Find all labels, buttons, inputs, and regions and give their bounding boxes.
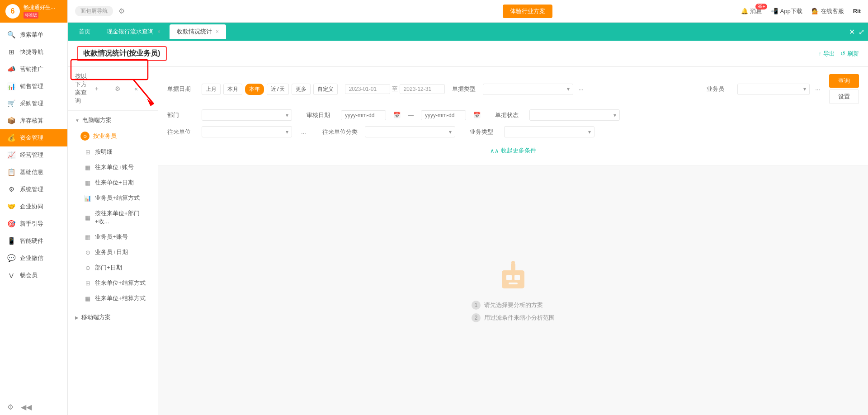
filter-settings-btn[interactable]: 设置 <box>829 90 859 104</box>
header-gear-icon[interactable]: ⚙ <box>118 7 125 15</box>
refresh-btn[interactable]: ↺ 刷新 <box>840 50 859 58</box>
collapse-btn[interactable]: ∧∧ 收起更多条件 <box>167 143 859 158</box>
sidebar-item-system[interactable]: ⚙ 系统管理 <box>0 181 67 198</box>
empty-tips: 1 请先选择要分析的方案 2 用过滤条件来缩小分析范围 <box>472 301 555 322</box>
trial-btn[interactable]: 体验行业方案 <box>503 5 552 18</box>
tab-close-window-icon[interactable]: ✕ <box>849 28 855 36</box>
date-this-month[interactable]: 本月 <box>223 84 242 95</box>
sidebar-item-wechat[interactable]: 💬 企业微信 <box>0 250 67 267</box>
voucher-status-select[interactable] <box>529 109 620 121</box>
partner-category-select[interactable] <box>365 126 455 137</box>
mobile-schemes-group: ▶ 移动端方案 <box>68 308 158 327</box>
sidebar-item-basic-info[interactable]: 📋 基础信息 <box>0 164 67 181</box>
refresh-label: 刷新 <box>847 50 859 58</box>
sidebar-item-sales[interactable]: 📊 销售管理 <box>0 78 67 95</box>
tab-bank-flow-close[interactable]: × <box>157 28 160 35</box>
date-this-year[interactable]: 本年 <box>245 84 264 95</box>
sidebar-collapse-icon[interactable]: ◀◀ <box>21 403 32 411</box>
date-last-month[interactable]: 上月 <box>202 84 221 95</box>
scheme-unit-date[interactable]: ▦ 往来单位+日期 <box>68 175 158 190</box>
scheme-dept-date[interactable]: ⊙ 部门+日期 <box>68 260 158 275</box>
sidebar-item-label: 新手引导 <box>20 220 43 228</box>
sidebar-item-label: 经营管理 <box>20 151 43 159</box>
dept-select[interactable] <box>202 109 292 121</box>
scheme-by-salesperson-label: 按业务员 <box>93 132 117 140</box>
add-scheme-icon[interactable]: + <box>95 85 111 92</box>
salesperson-select[interactable] <box>737 84 810 95</box>
pc-schemes-label: 电脑端方案 <box>82 116 112 124</box>
svg-rect-2 <box>514 275 520 280</box>
sidebar-settings-icon[interactable]: ⚙ <box>7 403 14 411</box>
scheme-collapse-icon[interactable]: « <box>134 85 151 92</box>
review-date-cal-icon1[interactable]: 📅 <box>393 112 401 118</box>
salesperson-account-icon: ▦ <box>84 233 91 241</box>
tab-home[interactable]: 首页 <box>71 24 98 39</box>
review-date-from[interactable] <box>341 110 386 120</box>
purchase-icon: 🛒 <box>7 99 15 108</box>
scheme-salesperson-settle[interactable]: 📊 业务员+结算方式 <box>68 190 158 206</box>
sidebar-item-smart-hw[interactable]: 📱 智能硬件 <box>0 232 67 250</box>
search-menu-icon: 🔍 <box>7 31 15 39</box>
tip-num-2: 2 <box>472 313 481 322</box>
sidebar-item-purchase[interactable]: 🛒 采购管理 <box>0 95 67 112</box>
sidebar-item-quick-nav[interactable]: ⊞ 快捷导航 <box>0 43 67 61</box>
tab-collection-stats-close[interactable]: × <box>216 28 219 35</box>
content-body: 按以下方案查询 + ⚙ « ▼ 电脑端方案 ⊙ 按业务员 <box>68 67 868 415</box>
scheme-unit-account-label: 往来单位+账号 <box>95 163 134 171</box>
page-content: 收款情况统计(按业务员) ↑ 导出 ↺ 刷新 按以下方案查询 + ⚙ <box>68 41 868 415</box>
sidebar-item-search-menu[interactable]: 🔍 搜索菜单 <box>0 26 67 43</box>
scheme-unit-settle2[interactable]: ▦ 往来单位+结算方式 <box>68 291 158 306</box>
date-quick-btns: 上月 本月 本年 近7天 更多 自定义 <box>202 84 338 95</box>
tab-collection-stats[interactable]: 收款情况统计 × <box>170 24 226 39</box>
voucher-type-select[interactable] <box>483 84 573 95</box>
service-icon: 💁 <box>811 8 819 14</box>
voucher-type-select-wrapper <box>483 84 573 95</box>
unit-settle2-icon: ▦ <box>84 295 91 302</box>
sidebar-item-label: 资金管理 <box>20 134 43 142</box>
scheme-unit-account[interactable]: ▦ 往来单位+账号 <box>68 160 158 175</box>
scheme-salesperson-date[interactable]: ⊙ 业务员+日期 <box>68 245 158 260</box>
online-service-area[interactable]: 💁 在线客服 <box>811 7 844 15</box>
scheme-salesperson-account[interactable]: ▦ 业务员+账号 <box>68 229 158 245</box>
salesperson-label: 业务员 <box>707 85 734 93</box>
empty-state: 1 请先选择要分析的方案 2 用过滤条件来缩小分析范围 <box>158 166 868 415</box>
app-download-area[interactable]: 📲 App下载 <box>771 7 802 15</box>
date-7days[interactable]: 近7天 <box>267 84 289 95</box>
logo-text-area: 畅捷通好生... 标准版 <box>24 4 55 19</box>
tab-expand-icon[interactable]: ⤢ <box>859 28 864 36</box>
scheme-by-detail[interactable]: ⊞ 按明细 <box>68 144 158 160</box>
sidebar-item-enterprise[interactable]: 🤝 企业协同 <box>0 198 67 215</box>
notif-area[interactable]: 🔔 消息 99+ <box>741 7 762 15</box>
scheme-unit-settle1[interactable]: ⊞ 往来单位+结算方式 <box>68 275 158 291</box>
date-custom[interactable]: 自定义 <box>313 84 338 95</box>
biz-type-select[interactable] <box>504 126 594 137</box>
sidebar-item-beginner[interactable]: 🎯 新手引导 <box>0 215 67 232</box>
sidebar-item-label: 企业微信 <box>20 254 43 262</box>
scheme-unit-dept-collect[interactable]: ▦ 按往来单位+部门+收... <box>68 206 158 229</box>
user-name[interactable]: Rit <box>853 8 861 14</box>
scheme-settings-icon[interactable]: ⚙ <box>115 85 131 92</box>
tab-bar: 首页 现金银行流水查询 × 收款情况统计 × ✕ ⤢ <box>68 23 868 41</box>
review-date-to[interactable] <box>421 110 466 120</box>
review-date-cal-icon2[interactable]: 📅 <box>473 112 481 118</box>
date-from-input[interactable] <box>345 84 390 94</box>
sidebar-item-inventory[interactable]: 📦 库存核算 <box>0 112 67 129</box>
salesperson-date-icon: ⊙ <box>84 249 91 256</box>
tab-home-label: 首页 <box>79 28 90 36</box>
mobile-schemes-header[interactable]: ▶ 移动端方案 <box>68 310 158 325</box>
sidebar-item-operations[interactable]: 📈 经营管理 <box>0 146 67 164</box>
sidebar-item-marketing[interactable]: 📣 营销推广 <box>0 61 67 78</box>
sidebar-item-label: 畅会员 <box>20 271 38 279</box>
svg-rect-3 <box>509 283 518 284</box>
sidebar-item-member[interactable]: V 畅会员 <box>0 267 67 284</box>
partner-select[interactable] <box>202 126 292 137</box>
sidebar: 6 畅捷通好生... 标准版 🔍 搜索菜单 ⊞ 快捷导航 📣 营销推广 📊 销售… <box>0 0 68 415</box>
sidebar-item-finance[interactable]: 💰 资金管理 <box>0 129 67 146</box>
query-btn[interactable]: 查询 <box>829 74 859 88</box>
date-to-input[interactable] <box>400 84 445 94</box>
date-more[interactable]: 更多 <box>292 84 311 95</box>
tab-bank-flow[interactable]: 现金银行流水查询 × <box>99 24 168 39</box>
pc-schemes-header[interactable]: ▼ 电脑端方案 <box>68 113 158 128</box>
export-btn[interactable]: ↑ 导出 <box>819 50 835 58</box>
scheme-by-salesperson[interactable]: ⊙ 按业务员 <box>68 128 158 144</box>
